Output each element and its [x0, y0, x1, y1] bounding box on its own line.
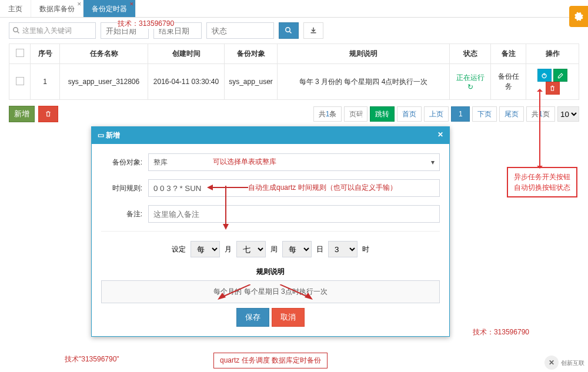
delete-button[interactable]: [546, 82, 560, 95]
page-size-select[interactable]: 10: [557, 106, 579, 122]
sel-hour[interactable]: 3: [328, 241, 358, 257]
schedule-set-row: 设定 每 月 七 周 每 日 3 时: [101, 241, 440, 257]
svg-marker-9: [223, 224, 229, 230]
close-icon[interactable]: ✕: [437, 130, 443, 140]
arrow-icon: [215, 284, 250, 302]
select-all-checkbox[interactable]: [16, 49, 24, 57]
next-page[interactable]: 下页: [472, 106, 497, 122]
unit-hour: 时: [362, 244, 369, 254]
trash-icon: [549, 85, 556, 92]
cell-op: [526, 64, 579, 100]
cell-seq: 1: [31, 64, 60, 100]
table-row: 1 sys_app_user_312806 2016-04-11 03:30:4…: [9, 64, 579, 100]
dialog-titlebar: ▭ 新增 ✕: [92, 127, 449, 144]
sel-month[interactable]: 每: [191, 241, 220, 257]
cell-status: 正在运行↻: [450, 64, 491, 100]
rule-label: 时间规则:: [101, 183, 148, 193]
toolbar: 这里输入关键词: [0, 18, 588, 43]
rule-note: 自动生成quartz 时间规则（也可以自定义手输）: [248, 183, 397, 193]
dialog-title: ▭ 新增: [98, 130, 120, 140]
tech-note-left: 技术"313596790": [65, 354, 119, 364]
pages-info: 共1页: [526, 106, 555, 122]
save-button[interactable]: 保存: [236, 308, 269, 327]
status-select[interactable]: [206, 22, 274, 39]
col-name: 任务名称: [60, 44, 148, 64]
data-table: 序号 任务名称 创建时间 备份对象 规则说明 状态 备注 操作 1 sys_ap…: [9, 43, 579, 100]
table-header-row: 序号 任务名称 创建时间 备份对象 规则说明 状态 备注 操作: [9, 44, 579, 64]
gear-icon[interactable]: [569, 6, 588, 27]
rule-desc-title: 规则说明: [101, 267, 440, 277]
download-icon: [310, 27, 317, 34]
col-status: 状态: [450, 44, 491, 64]
add-dialog: ▭ 新增 ✕ 备份对象: 整库▾ 可以选择单表或整库 时间规则: 自动生成qua…: [91, 126, 450, 337]
power-button[interactable]: [537, 69, 552, 82]
svg-point-0: [14, 28, 18, 32]
bulk-delete-button[interactable]: [38, 106, 58, 122]
search-placeholder: 这里输入关键词: [22, 26, 72, 36]
svg-line-3: [290, 32, 292, 33]
svg-line-12: [280, 284, 309, 297]
svg-marker-11: [218, 293, 226, 300]
arrow-icon: [280, 284, 315, 302]
power-icon: [541, 72, 547, 79]
col-op: 操作: [526, 44, 579, 64]
target-select[interactable]: 整库▾: [148, 153, 440, 171]
arrow-down-icon: [221, 186, 230, 230]
svg-marker-7: [207, 185, 213, 190]
tab-timer-label: 备份定时器: [92, 5, 127, 13]
tab-home[interactable]: 主页: [0, 0, 31, 17]
search-input[interactable]: 这里输入关键词: [9, 22, 96, 39]
jump-button[interactable]: 跳转: [370, 106, 395, 122]
tab-backup[interactable]: 数据库备份✕: [31, 0, 83, 17]
svg-line-1: [18, 32, 19, 33]
col-ctime: 创建时间: [148, 44, 225, 64]
logo-icon: ✕: [544, 356, 559, 370]
svg-point-2: [286, 28, 290, 32]
first-page[interactable]: 首页: [397, 106, 422, 122]
rule-desc-box: 每个月的 每个星期日 3点时执行一次: [101, 280, 440, 303]
add-button[interactable]: 新增: [9, 106, 35, 122]
cancel-button[interactable]: 取消: [272, 308, 305, 327]
edit-button[interactable]: [553, 69, 567, 82]
tab-backup-label: 数据库备份: [39, 5, 75, 13]
aside-line2: 自动切换按钮状态: [512, 182, 573, 193]
unit-day: 日: [316, 244, 323, 254]
remark-label: 备注:: [101, 209, 148, 219]
aside-line1: 异步任务开关按钮: [512, 172, 573, 182]
row-checkbox[interactable]: [16, 77, 24, 85]
sel-week[interactable]: 七: [236, 241, 266, 257]
trash-icon: [45, 110, 52, 118]
aside-annotation: 异步任务开关按钮 自动切换按钮状态: [507, 167, 577, 197]
last-page[interactable]: 尾页: [499, 106, 524, 122]
svg-marker-13: [305, 293, 313, 300]
unit-week: 周: [270, 244, 278, 254]
set-label: 设定: [172, 244, 186, 254]
col-seq: 序号: [31, 44, 60, 64]
close-icon[interactable]: ✕: [77, 1, 82, 7]
cell-rule: 每年 3 月份的 每个星期四 4点时执行一次: [278, 64, 450, 100]
logo-text: 创新互联: [561, 360, 584, 366]
cell-target: sys_app_user: [225, 64, 278, 100]
tech-note-top: 技术：313596790: [118, 19, 174, 29]
page-input[interactable]: [344, 106, 368, 122]
close-icon[interactable]: ✕: [129, 1, 134, 7]
remark-input[interactable]: [148, 205, 440, 223]
search-button[interactable]: [279, 22, 299, 39]
current-page[interactable]: 1: [451, 106, 470, 122]
arrow-annotation: [539, 89, 540, 168]
tab-timer[interactable]: 备份定时器✕: [83, 0, 136, 17]
col-rule: 规则说明: [278, 44, 450, 64]
sel-day[interactable]: 每: [282, 241, 312, 257]
tab-bar: 主页 数据库备份✕ 备份定时器✕: [0, 0, 588, 18]
col-target: 备份对象: [225, 44, 278, 64]
cell-remark: 备份任务: [491, 64, 526, 100]
total-info: 共1条: [313, 106, 342, 122]
edit-icon: [557, 72, 564, 79]
footer-bar: 新增 共1条 跳转 首页 上页 1 下页 尾页 共1页 10: [0, 100, 588, 128]
caption-box: quartz 任务调度 数据库定时备份: [213, 353, 328, 368]
download-button[interactable]: [303, 22, 323, 39]
target-note: 可以选择单表或整库: [213, 157, 276, 167]
prev-page[interactable]: 上页: [424, 106, 449, 122]
target-label: 备份对象:: [101, 157, 148, 167]
chevron-down-icon: ▾: [431, 158, 435, 166]
